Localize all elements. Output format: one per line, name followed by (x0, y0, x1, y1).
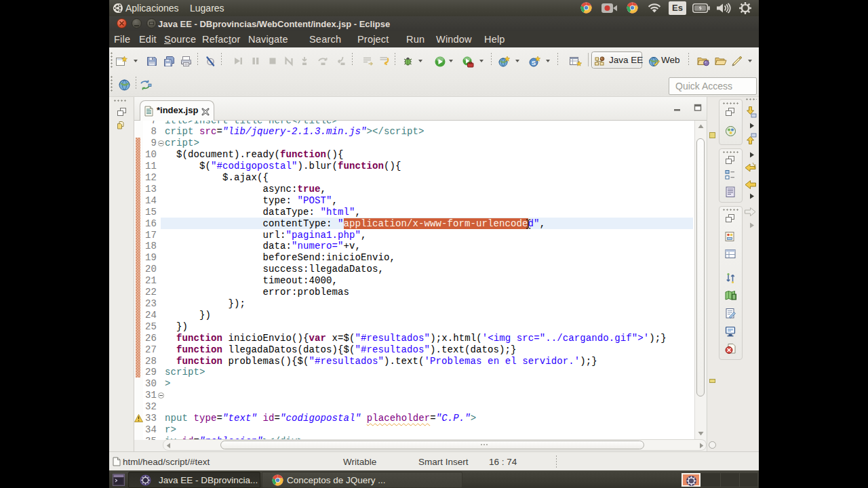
svg-text:S: S (532, 59, 536, 66)
